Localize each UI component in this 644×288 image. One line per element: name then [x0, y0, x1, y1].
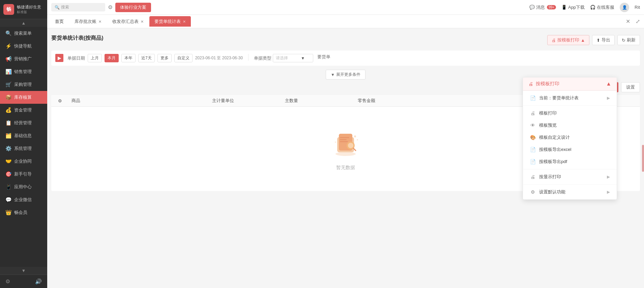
sidebar-item-app-center[interactable]: 📱 应用中心 [0, 181, 47, 193]
table-setting-icon: ⚙ [58, 98, 62, 103]
dropdown-template-print[interactable]: 🖨 模板打印 [523, 107, 617, 119]
dropdown-set-default[interactable]: ⚙ 设置默认功能 ▶ [523, 186, 617, 198]
topbar-search[interactable]: 🔍 搜索 [51, 3, 105, 11]
tab-receipt-summary[interactable]: 收发存汇总表 ✕ [107, 16, 149, 27]
messages-badge: 99+ [547, 5, 556, 9]
expand-icon[interactable]: ⤢ [634, 17, 641, 26]
tab-receipt-summary-close[interactable]: ✕ [141, 20, 144, 24]
scrollbar-handle[interactable] [642, 145, 644, 172]
filter-toggle-button[interactable]: ▶ [55, 54, 63, 62]
operation-icon: 📋 [5, 120, 11, 126]
settings-button[interactable]: 设置 [621, 82, 640, 92]
sidebar-item-label: 采购管理 [14, 82, 32, 88]
set-default-label: 设置默认功能 [539, 189, 565, 195]
more-date-button[interactable]: 更多 [157, 54, 172, 62]
tab-order-stats-close[interactable]: ✕ [183, 20, 186, 24]
user-avatar[interactable]: 👤 [620, 3, 629, 12]
refresh-button[interactable]: ↻ 刷新 [617, 35, 640, 45]
sidebar-scroll-up[interactable]: ▲ [0, 19, 47, 27]
custom-date-button[interactable]: 自定义 [174, 54, 193, 62]
sidebar-item-operation[interactable]: 📋 经营管理 [0, 117, 47, 129]
sidebar-item-member[interactable]: 👑 畅会员 [0, 206, 47, 219]
prev-month-button[interactable]: 上月 [88, 54, 102, 62]
settings-icon[interactable]: ⚙ [5, 278, 10, 285]
page-title: 要货单统计表(按商品) [51, 35, 104, 42]
dropdown-template-section: 🖨 模板打印 👁 模板预览 🎨 模板自定义设计 📄 按模板导出excel 📄 [523, 106, 617, 169]
eye-icon: 👁 [530, 123, 536, 128]
sidebar-item-wechat[interactable]: 💬 企业微信 [0, 193, 47, 206]
sidebar-item-label: 企业协同 [14, 158, 32, 164]
display-print-label: 按显示打印 [539, 174, 561, 180]
sidebar-item-label: 销售管理 [14, 69, 32, 75]
sidebar-item-system[interactable]: ⚙️ 系统管理 [0, 142, 47, 155]
quick-nav-icon: ⚡ [5, 43, 11, 49]
app-download-item[interactable]: 📱 App下载 [561, 4, 585, 10]
export-pdf-label: 按模板导出pdf [539, 159, 567, 165]
sidebar-item-label: 经营管理 [14, 120, 32, 126]
printer-icon: 🖨 [552, 38, 556, 43]
sidebar-item-label: 快捷导航 [14, 43, 32, 49]
sidebar-item-purchase[interactable]: 🛒 采购管理 [0, 78, 47, 91]
table-col-qty: 主数量 [282, 98, 355, 104]
print-template-button[interactable]: 🖨 按模板打印 ▲ [547, 35, 589, 45]
sidebar-item-guide[interactable]: 🎯 新手引导 [0, 168, 47, 181]
sidebar-item-inventory[interactable]: 📦 库存核算 [0, 91, 47, 104]
document-icon: 📄 [530, 95, 536, 101]
table-col-setting[interactable]: ⚙ [55, 98, 69, 103]
sidebar-item-basic[interactable]: 🗂️ 基础信息 [0, 129, 47, 142]
dropdown-template-custom[interactable]: 🎨 模板自定义设计 [523, 131, 617, 143]
tab-order-stats[interactable]: 要货单统计表 ✕ [149, 16, 191, 27]
tab-batch-ledger-close[interactable]: ✕ [98, 20, 101, 24]
svg-point-0 [335, 152, 356, 156]
sidebar-item-sales[interactable]: 📊 销售管理 [0, 65, 47, 78]
dropdown-set-default-section: ⚙ 设置默认功能 ▶ [523, 185, 617, 199]
brand-name: 畅捷通好生意 [17, 4, 41, 10]
member-icon: 👑 [5, 210, 11, 216]
tab-home[interactable]: 首页 [50, 16, 69, 27]
sidebar-scroll-down[interactable]: ▼ [0, 267, 47, 275]
industry-solution-button[interactable]: 体验行业方案 [115, 3, 151, 12]
dropdown-export-excel[interactable]: 📄 按模板导出excel [523, 143, 617, 156]
dropdown-header: 🖨 按模板打印 ▲ [523, 77, 617, 91]
tabbar: 首页 库存批次账 ✕ 收发存汇总表 ✕ 要货单统计表 ✕ ✕ ⤢ [47, 15, 644, 28]
dropdown-current-template[interactable]: 📄 当前：要货单统计表 ▶ [523, 92, 617, 104]
export-icon: ⬆ [596, 38, 600, 43]
system-icon: ⚙️ [5, 146, 11, 152]
app-download-icon: 📱 [561, 5, 567, 10]
template-print-label: 模板打印 [539, 110, 557, 116]
dropdown-close-button[interactable]: ▲ [606, 81, 611, 87]
dropdown-export-pdf[interactable]: 📄 按模板导出pdf [523, 156, 617, 168]
current-year-button[interactable]: 本年 [121, 54, 136, 62]
topbar-gear-icon[interactable]: ⚙ [108, 4, 113, 10]
messages-label: 消息 [536, 4, 545, 10]
marketing-icon: 📢 [5, 56, 11, 62]
export-button[interactable]: ⬆ 导出 [592, 35, 615, 45]
sidebar-item-marketing[interactable]: 📢 营销推广 [0, 53, 47, 65]
tab-batch-ledger[interactable]: 库存批次账 ✕ [69, 16, 107, 27]
last7days-button[interactable]: 近7天 [138, 54, 155, 62]
sidebar-item-finance[interactable]: 💰 资金管理 [0, 104, 47, 117]
sidebar-item-corp[interactable]: 🤝 企业协同 [0, 155, 47, 168]
refresh-icon: ↻ [622, 38, 625, 43]
close-window-icon[interactable]: ✕ [624, 17, 632, 26]
expand-more-button[interactable]: ▼ 展开更多条件 [326, 70, 365, 79]
messages-item[interactable]: 💬 消息 99+ [529, 4, 556, 10]
svg-point-9 [354, 135, 356, 137]
topbar: 🔍 搜索 ⚙ 体验行业方案 💬 消息 99+ 📱 App下载 🎧 在线客服 👤 … [47, 0, 644, 15]
print-template-label: 按模板打印 [557, 37, 579, 43]
type-select[interactable]: 请选择 ▼ [273, 54, 313, 62]
audio-icon[interactable]: 🔊 [35, 278, 42, 285]
empty-text: 暂无数据 [336, 165, 355, 171]
table-col-product: 商品 [69, 98, 209, 104]
template-custom-label: 模板自定义设计 [539, 134, 570, 140]
inventory-icon: 📦 [5, 94, 11, 100]
app-center-icon: 📱 [5, 184, 11, 190]
sidebar-item-quick-nav[interactable]: ⚡ 快捷导航 [0, 40, 47, 53]
current-month-button[interactable]: 本月 [105, 54, 119, 62]
online-service-item[interactable]: 🎧 在线客服 [590, 4, 614, 10]
wechat-icon: 💬 [5, 197, 11, 203]
sidebar-item-search[interactable]: 🔍 搜索菜单 [0, 27, 47, 40]
dropdown-display-print[interactable]: 🖨 按显示打印 ▶ [523, 171, 617, 183]
order-filter: 要货单 [317, 54, 330, 60]
dropdown-template-preview[interactable]: 👁 模板预览 [523, 119, 617, 131]
